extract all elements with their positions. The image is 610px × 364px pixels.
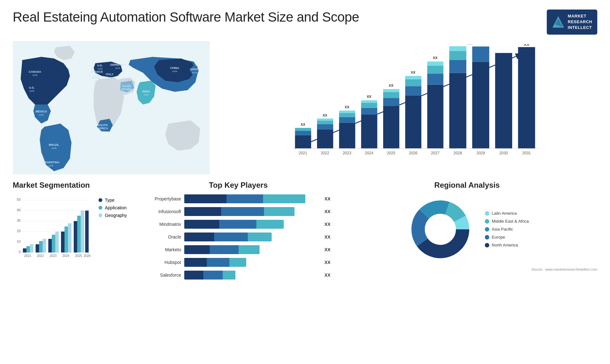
- france-label: FRANCE: [91, 70, 103, 73]
- seg-2022-app: [39, 241, 43, 253]
- europe-label: Europe: [492, 235, 505, 239]
- northamerica-dot: [485, 243, 489, 247]
- bar-seg3-mindmatrix: [256, 220, 284, 229]
- regional-title: Regional Analysis: [337, 181, 597, 190]
- val-2025: XX: [389, 84, 394, 87]
- player-name-hubspot: Hubspot: [146, 260, 181, 265]
- bar-2021-seg3: [295, 128, 311, 131]
- bar-seg1-hubspot: [184, 258, 207, 267]
- players-title: Top Key Players: [146, 181, 330, 190]
- bar-seg1-propertybase: [184, 194, 227, 203]
- type-dot: [98, 198, 102, 202]
- germany-pct: xx%: [115, 67, 120, 70]
- player-name-propertybase: Propertybase: [146, 196, 181, 201]
- bar-2022-seg2: [317, 124, 333, 129]
- val-2027: XX: [433, 56, 437, 60]
- seg-y40: 40: [17, 208, 21, 212]
- seg-x-2021: 2021: [24, 254, 31, 258]
- val-2028: XX: [467, 44, 472, 45]
- year-2026: 2026: [409, 151, 417, 155]
- saudi-label2: ARABIA: [121, 88, 132, 91]
- year-2028: 2028: [454, 151, 462, 155]
- geo-label: Geography: [105, 213, 127, 218]
- bar-2021-seg2: [295, 131, 311, 135]
- segmentation-title: Market Segmentation: [13, 181, 140, 190]
- bar-2027-seg4: [427, 61, 444, 65]
- bar-seg3-propertybase: [263, 194, 305, 203]
- logo-icon: [552, 16, 565, 28]
- val-2022: XX: [322, 113, 327, 117]
- asia-label: Asia Pacific: [492, 227, 513, 232]
- player-val-oracle: XX: [324, 234, 330, 239]
- player-propertybase: Propertybase XX: [146, 194, 330, 203]
- player-bar-marketo: [184, 245, 319, 254]
- europe-dot: [485, 235, 489, 239]
- bar-2028-seg3: [449, 51, 466, 60]
- spain-pct: xx%: [93, 79, 98, 82]
- seg-2022-type: [36, 244, 39, 253]
- map-section: CANADA xx% U.S. xx% MEXICO xx% BRAZIL xx…: [13, 41, 210, 174]
- val-2024: XX: [367, 95, 371, 98]
- val-2026: XX: [411, 70, 416, 74]
- player-val-salesforce: XX: [324, 273, 330, 278]
- seg-2025-geo: [81, 211, 84, 253]
- uk-label: U.K.: [97, 64, 103, 67]
- regional-section: Regional Analysis: [337, 181, 597, 354]
- seg-2021-geo: [30, 244, 33, 253]
- germany-label: GERMANY: [110, 63, 125, 66]
- player-oracle: Oracle XX: [146, 233, 330, 241]
- bar-2023-seg3: [339, 113, 355, 117]
- players-section: Top Key Players Propertybase XX: [146, 181, 330, 354]
- bar-2022-seg3: [317, 120, 333, 124]
- logo: MARKET RESEARCH INTELLECT: [547, 10, 597, 35]
- brazil-pct: xx%: [51, 147, 56, 150]
- bar-seg2-mindmatrix: [219, 220, 256, 229]
- player-bar-oracle: [184, 233, 319, 241]
- bar-2024-seg3: [361, 103, 377, 108]
- player-infusionsoft: Infusionsoft XX: [146, 207, 330, 216]
- latam-label: Latin America: [492, 211, 517, 216]
- logo-text: MARKET RESEARCH INTELLECT: [568, 13, 592, 31]
- map-svg: CANADA xx% U.S. xx% MEXICO xx% BRAZIL xx…: [13, 41, 210, 174]
- bar-2025-seg4: [383, 89, 399, 92]
- bar-2028-seg1: [449, 73, 466, 148]
- bar-seg2-propertybase: [227, 194, 263, 203]
- regional-legend: Latin America Middle East & Africa Asia …: [485, 211, 529, 247]
- bar-2026-seg4: [405, 76, 421, 79]
- seg-2023-type: [48, 239, 52, 253]
- year-2029: 2029: [477, 151, 485, 155]
- bar-seg3-salesforce: [223, 271, 235, 280]
- player-val-propertybase: XX: [324, 196, 330, 201]
- japan-pct: xx%: [192, 71, 197, 74]
- latam-dot: [485, 211, 489, 216]
- player-name-infusionsoft: Infusionsoft: [146, 209, 181, 214]
- bar-2027-seg3: [427, 65, 444, 73]
- seg-2023-geo: [55, 232, 59, 253]
- argentina-pct: xx%: [48, 164, 53, 167]
- bar-2025-seg2: [383, 98, 399, 106]
- legend-northamerica: North America: [485, 243, 529, 247]
- year-2031: 2031: [522, 151, 531, 155]
- bar-2024-seg4: [361, 100, 377, 103]
- bar-2023-seg4: [339, 111, 355, 113]
- bar-seg2-infusionsoft: [221, 207, 264, 216]
- year-2021: 2021: [299, 151, 307, 155]
- bar-seg2-oracle: [214, 233, 248, 241]
- seg-x-2026: 2026: [84, 254, 91, 258]
- year-2023: 2023: [343, 151, 351, 155]
- bar-2028-seg4: [449, 46, 466, 51]
- bar-2025-seg3: [383, 92, 399, 98]
- spain-label: SPAIN: [92, 76, 100, 79]
- bar-seg3-marketo: [239, 245, 260, 254]
- mexico-label: MEXICO: [36, 110, 47, 113]
- legend-mideast: Middle East & Africa: [485, 219, 529, 224]
- seg-2022-geo: [43, 239, 46, 253]
- bar-2029-seg1: [472, 62, 489, 148]
- page-title: Real Estateing Automation Software Marke…: [13, 10, 359, 25]
- bar-seg3-infusionsoft: [264, 207, 295, 216]
- southafrica-label: SOUTH: [98, 124, 108, 127]
- bar-2028-seg2: [449, 60, 466, 73]
- canada-label: CANADA: [29, 70, 41, 73]
- bar-2029-seg2: [472, 46, 489, 62]
- player-salesforce: Salesforce XX: [146, 271, 330, 280]
